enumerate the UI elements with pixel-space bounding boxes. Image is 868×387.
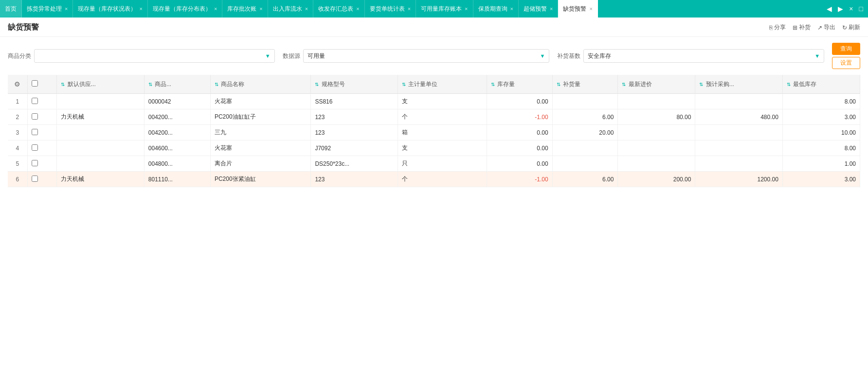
row-replenish-qty-6: 6.00 [552,172,618,187]
row-unit-5: 只 [398,156,487,172]
tab-flow[interactable]: 出入库流水 × [268,0,313,18]
close-tab-11[interactable]: × [589,6,592,12]
close-tab-7[interactable]: × [408,6,411,12]
th-spec: ⇅ 规格型号 [311,75,398,94]
row-replenish-qty-2: 6.00 [552,109,618,125]
row-supplier-3 [57,125,144,141]
main-content: 缺货预警 ⎘ 分享 ⊞ 补货 ↗ 导出 ↻ 刷新 商品分类 [0,18,868,387]
close-tab-3[interactable]: × [214,6,217,12]
row-supplier-4 [57,141,144,156]
category-select[interactable]: ▼ [34,49,275,63]
select-all-checkbox[interactable] [32,80,38,87]
row-replenish-qty-3: 20.00 [552,125,618,141]
tab-available-stock[interactable]: 可用量库存账本 × [416,0,473,18]
close-tab-9[interactable]: × [510,6,513,12]
nav-maximize-icon[interactable]: □ [856,5,866,13]
th-estimated-purchase: ⇅ 预计采购... [695,75,782,94]
table-row: 4 004600... 火花塞 J7092 支 0.00 8.00 [8,141,860,156]
row-min-stock-4: 8.00 [782,141,860,156]
tab-requisition[interactable]: 要货单统计表 × [365,0,416,18]
column-settings-icon[interactable]: ⚙ [12,79,22,89]
row-stock-5: 0.00 [487,156,552,172]
row-checkbox-4 [27,141,57,156]
nav-controls: ◀ ▶ × □ [824,5,868,13]
row-num-3: 3 [8,125,27,141]
settings-button[interactable]: 设置 [832,57,860,69]
close-tab-4[interactable]: × [259,6,262,12]
row-checkbox-1 [27,94,57,109]
category-label: 商品分类 [8,52,31,60]
row-stock-3: 0.00 [487,125,552,141]
row-select-6[interactable] [32,176,38,182]
th-min-stock: ⇅ 最低库存 [782,75,860,94]
row-stock-6: -1.00 [487,172,552,187]
table-row: 3 004200... 三九 123 箱 0.00 20.00 10.00 [8,125,860,141]
nav-next-icon[interactable]: ▶ [835,5,846,13]
tab-summary[interactable]: 收发存汇总表 × [313,0,364,18]
close-tab-1[interactable]: × [65,6,68,12]
row-estimated-purchase-5 [695,156,782,172]
row-checkbox-5 [27,156,57,172]
tab-stock-dist[interactable]: 现存量（库存分布表） × [148,0,222,18]
filter-bar: 商品分类 ▼ 数据源 可用量 ▼ 补货基数 安全库存 ▼ 查询 设置 [0,37,868,75]
datasource-select[interactable]: 可用量 ▼ [303,49,550,63]
row-spec-1: SS816 [311,94,398,109]
row-replenish-qty-1 [552,94,618,109]
row-select-1[interactable] [32,98,38,104]
refresh-icon: ↻ [842,24,847,31]
category-filter: 商品分类 ▼ [8,49,275,63]
table-row: 2 力天机械 004200... PC200油缸缸子 123 个 -1.00 6… [8,109,860,125]
row-replenish-qty-4 [552,141,618,156]
datasource-filter: 数据源 可用量 ▼ [283,49,550,63]
row-checkbox-6 [27,172,57,187]
page-header: 缺货预警 ⎘ 分享 ⊞ 补货 ↗ 导出 ↻ 刷新 [0,18,868,37]
row-unit-3: 箱 [398,125,487,141]
product-name-sort-icon: ⇅ [215,82,218,87]
row-latest-price-5 [618,156,695,172]
tab-batch-account[interactable]: 库存批次账 × [222,0,268,18]
latest-price-sort-icon: ⇅ [622,82,626,87]
replenish-base-select[interactable]: 安全库存 ▼ [583,49,824,63]
export-button[interactable]: ↗ 导出 [817,23,835,32]
row-latest-price-4 [618,141,695,156]
query-button[interactable]: 查询 [832,43,860,55]
tab-expiry[interactable]: 保质期查询 × [473,0,519,18]
table-row: 5 004800... 离合片 DS250*23c... 只 0.00 1.00 [8,156,860,172]
supplier-sort-icon: ⇅ [61,82,65,87]
share-button[interactable]: ⎘ 分享 [769,23,786,32]
replenish-qty-sort-icon: ⇅ [557,82,561,87]
row-select-5[interactable] [32,160,38,166]
close-tab-2[interactable]: × [139,6,142,12]
row-unit-4: 支 [398,141,487,156]
close-tab-10[interactable]: × [550,6,553,12]
row-latest-price-3 [618,125,695,141]
row-select-2[interactable] [32,113,38,120]
tab-shortage[interactable]: 缺货预警 × [558,0,597,18]
row-supplier-1 [57,94,144,109]
row-select-4[interactable] [32,144,38,151]
close-tab-6[interactable]: × [356,6,359,12]
row-min-stock-5: 1.00 [782,156,860,172]
replenish-icon: ⊞ [793,24,797,31]
row-estimated-purchase-2: 480.00 [695,109,782,125]
tab-stock-status[interactable]: 现存量（库存状况表） × [73,0,147,18]
row-stock-1: 0.00 [487,94,552,109]
row-checkbox-2 [27,109,57,125]
tab-home[interactable]: 首页 [0,0,22,18]
nav-prev-icon[interactable]: ◀ [824,5,835,13]
row-select-3[interactable] [32,129,38,135]
replenish-button[interactable]: ⊞ 补货 [793,23,811,32]
refresh-button[interactable]: ↻ 刷新 [842,23,860,32]
row-stock-2: -1.00 [487,109,552,125]
tab-pick-exception[interactable]: 拣货异常处理 × [22,0,73,18]
tab-overstock[interactable]: 超储预警 × [519,0,558,18]
close-tab-8[interactable]: × [465,6,468,12]
close-tab-5[interactable]: × [305,6,308,12]
product-code-sort-icon: ⇅ [148,82,152,87]
replenish-base-arrow: ▼ [814,53,820,59]
nav-close-icon[interactable]: × [846,5,856,13]
replenish-base-label: 补货基数 [557,52,580,60]
row-estimated-purchase-4 [695,141,782,156]
table-row: 6 力天机械 801110... PC200张紧油缸 123 个 -1.00 6… [8,172,860,187]
row-spec-2: 123 [311,109,398,125]
